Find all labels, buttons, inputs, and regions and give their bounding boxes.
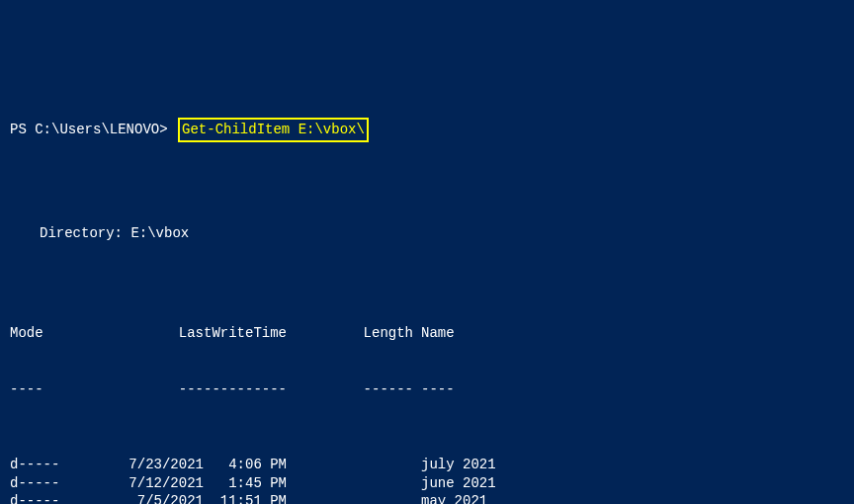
cell-name: july 2021 xyxy=(413,456,496,474)
header-name: Name xyxy=(413,324,455,343)
cell-length xyxy=(287,474,413,493)
cell-length xyxy=(287,492,413,504)
header-lastwrite: LastWriteTime xyxy=(89,324,287,343)
header-mode-dash: ---- xyxy=(10,380,89,399)
table-row: d----- 7/12/2021 1:45 PMjune 2021 xyxy=(10,474,844,493)
table-header: ModeLastWriteTimeLengthName xyxy=(10,324,844,343)
cell-lastwrite: 7/12/2021 1:45 PM xyxy=(89,474,287,493)
command-line: PS C:\Users\LENOVO> Get-ChildItem E:\vbo… xyxy=(10,118,844,142)
cell-lastwrite: 7/5/2021 11:51 PM xyxy=(89,492,287,504)
cell-mode: d----- xyxy=(10,492,89,504)
table-row: d----- 7/5/2021 11:51 PMmay 2021 xyxy=(10,492,844,504)
header-name-dash: ---- xyxy=(413,380,455,399)
header-length-dash: ------ xyxy=(287,380,413,399)
prompt-text: PS C:\Users\LENOVO> xyxy=(10,122,168,137)
header-mode: Mode xyxy=(10,324,89,343)
cell-name: may 2021 xyxy=(413,492,487,504)
file-listing: d----- 7/23/2021 4:06 PMjuly 2021d----- … xyxy=(10,456,844,504)
cell-lastwrite: 7/23/2021 4:06 PM xyxy=(89,456,287,474)
header-lastwrite-dash: ------------- xyxy=(89,380,287,399)
cell-mode: d----- xyxy=(10,474,89,493)
terminal-output: PS C:\Users\LENOVO> Get-ChildItem E:\vbo… xyxy=(10,81,844,504)
command-highlight: Get-ChildItem E:\vbox\ xyxy=(178,118,369,142)
cell-mode: d----- xyxy=(10,456,89,474)
cell-name: june 2021 xyxy=(413,474,496,493)
cell-length xyxy=(287,456,413,474)
directory-label: Directory: E:\vbox xyxy=(10,224,844,243)
table-row: d----- 7/23/2021 4:06 PMjuly 2021 xyxy=(10,456,844,474)
header-length: Length xyxy=(287,324,413,343)
table-header-dashes: --------------------------- xyxy=(10,380,844,399)
